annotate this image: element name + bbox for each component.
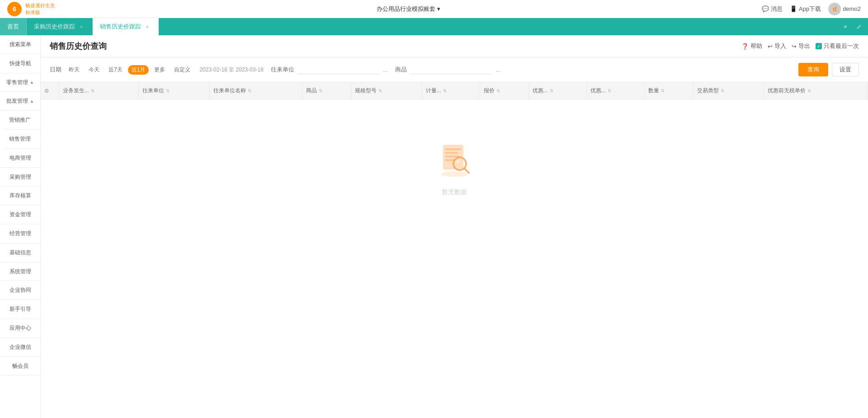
- product-ellipsis[interactable]: ...: [495, 66, 500, 73]
- tab-purchase-history-close[interactable]: ×: [78, 23, 85, 30]
- import-button[interactable]: ↩ 导入: [768, 42, 786, 50]
- date-opt-today[interactable]: 今天: [85, 65, 103, 75]
- sidebar-item-operations-mgmt-label: 经营管理: [9, 230, 31, 238]
- col-discount2[interactable]: 优惠... ⇅: [586, 82, 644, 100]
- sidebar-item-app-center[interactable]: 应用中心: [0, 319, 40, 338]
- fullscreen-button[interactable]: ⤢: [854, 22, 864, 31]
- col-gear[interactable]: ⚙: [41, 82, 59, 100]
- col-counterparty-name[interactable]: 往来单位名称 ⇅: [209, 82, 302, 100]
- page-header-actions: ❓ 帮助 ↩ 导入 ↪ 导出 ✓ 只看最后一次: [741, 42, 859, 50]
- col-counterparty-code[interactable]: 往来单位 ⇅: [139, 82, 210, 100]
- sidebar-item-member[interactable]: 畅会员: [0, 357, 40, 376]
- export-button[interactable]: ↪ 导出: [792, 42, 810, 50]
- col-product-sort-icon: ⇅: [319, 88, 322, 93]
- query-button[interactable]: 查询: [798, 63, 828, 76]
- col-trade-type[interactable]: 交易类型 ⇅: [693, 82, 764, 100]
- tab-home[interactable]: 首页: [0, 18, 27, 35]
- tab-sales-history[interactable]: 销售历史价跟踪 ×: [93, 18, 159, 35]
- col-counterparty-name-label: 往来单位名称 ⇅: [213, 87, 251, 95]
- settings-button[interactable]: 设置: [832, 63, 859, 76]
- product-filter-label: 商品: [395, 66, 407, 74]
- page-header: 销售历史价查询 ❓ 帮助 ↩ 导入 ↪ 导出 ✓ 只看最后一次: [41, 35, 868, 57]
- date-filter-label: 日期: [50, 66, 61, 74]
- sidebar-item-ecommerce-mgmt[interactable]: 电商管理: [0, 149, 40, 168]
- col-unit[interactable]: 计量... ⇅: [422, 82, 480, 100]
- col-quantity[interactable]: 数量 ⇅: [644, 82, 693, 100]
- sidebar-item-search-menu[interactable]: 搜索菜单: [0, 35, 40, 54]
- sidebar-item-search-menu-label: 搜索菜单: [9, 41, 31, 48]
- col-quoted-price[interactable]: 报价 ⇅: [480, 82, 528, 100]
- help-button[interactable]: ❓ 帮助: [741, 42, 762, 50]
- col-product-label: 商品 ⇅: [306, 87, 322, 95]
- help-label: 帮助: [750, 42, 762, 50]
- product-input[interactable]: [410, 65, 492, 74]
- counterparty-input[interactable]: [298, 65, 379, 74]
- import-icon: ↩: [768, 43, 773, 50]
- col-quoted-price-label: 报价 ⇅: [484, 87, 500, 95]
- svg-rect-5: [445, 159, 454, 161]
- svg-point-0: [441, 171, 468, 177]
- col-spec-sort-icon: ⇅: [378, 88, 382, 93]
- sidebar-item-operations-mgmt[interactable]: 经营管理: [0, 224, 40, 243]
- app-download-label: App下载: [799, 5, 821, 13]
- header-right: 💬 消息 📱 App下载 d demo2: [762, 3, 861, 15]
- workspace-selector[interactable]: 办公用品行业模拟账套 ▾: [373, 3, 444, 15]
- col-discount2-label: 优惠... ⇅: [590, 87, 611, 95]
- sidebar-item-enterprise-wechat[interactable]: 企业微信: [0, 338, 40, 357]
- gear-icon[interactable]: ⚙: [44, 88, 49, 94]
- sidebar-item-retail-mgmt[interactable]: 零售管理 ▲: [0, 73, 40, 92]
- sidebar-item-new-user-guide[interactable]: 新手引导: [0, 300, 40, 319]
- app-logo-icon: 6: [7, 2, 22, 16]
- col-pre-discount-price[interactable]: 优惠前无税单价 ⇅: [764, 82, 868, 100]
- col-discount1[interactable]: 优惠... ⇅: [528, 82, 586, 100]
- sidebar-item-system-mgmt[interactable]: 系统管理: [0, 262, 40, 281]
- sidebar-item-ecommerce-mgmt-label: 电商管理: [9, 154, 31, 162]
- page-title: 销售历史价查询: [50, 41, 107, 52]
- message-icon: 💬: [762, 5, 769, 12]
- message-button[interactable]: 💬 消息: [762, 5, 783, 13]
- col-biz-date-sort-icon: ⇅: [91, 88, 94, 93]
- user-menu[interactable]: d demo2: [828, 3, 861, 15]
- sidebar-item-inventory[interactable]: 库存核算: [0, 186, 40, 205]
- date-options: 昨天 今天 近7天 近1月 更多 自定义: [65, 65, 194, 75]
- only-last-checkbox[interactable]: ✓: [816, 43, 822, 49]
- date-opt-yesterday[interactable]: 昨天: [65, 65, 83, 75]
- counterparty-ellipsis[interactable]: ...: [383, 66, 388, 73]
- svg-point-8: [456, 160, 459, 163]
- sidebar-item-finance-mgmt[interactable]: 资金管理: [0, 205, 40, 224]
- svg-rect-2: [445, 148, 461, 150]
- only-last-checkbox-label[interactable]: ✓ 只看最后一次: [816, 42, 859, 50]
- col-biz-date[interactable]: 业务发生... ⇅: [59, 82, 139, 100]
- data-table: ⚙ 业务发生... ⇅ 往来单位 ⇅: [41, 82, 868, 100]
- date-opt-more[interactable]: 更多: [151, 65, 169, 75]
- close-all-tabs-button[interactable]: ×: [841, 22, 850, 31]
- date-opt-last1m[interactable]: 近1月: [128, 65, 149, 75]
- date-range-text: 2023-02-18 至 2023-03-18: [199, 66, 263, 74]
- app-download-icon: 📱: [790, 5, 797, 12]
- date-opt-custom[interactable]: 自定义: [170, 65, 194, 75]
- sidebar-item-marketing[interactable]: 营销推广: [4, 111, 40, 130]
- workspace-dropdown-icon: ▾: [437, 5, 440, 12]
- message-label: 消息: [771, 5, 783, 13]
- sidebar-item-basic-info[interactable]: 基础信息: [0, 243, 40, 262]
- col-quantity-label: 数量 ⇅: [648, 87, 665, 95]
- sidebar-item-sales-mgmt[interactable]: 销售管理: [4, 130, 40, 149]
- sidebar-item-quick-nav[interactable]: 快捷导航: [0, 54, 40, 73]
- col-pre-discount-price-sort-icon: ⇅: [807, 88, 811, 93]
- sidebar-item-marketing-label: 营销推广: [9, 116, 31, 124]
- top-header: 6 畅捷通好生意 标准版 办公用品行业模拟账套 ▾ 💬 消息 📱 App下载 d…: [0, 0, 868, 18]
- col-counterparty-name-sort-icon: ⇅: [248, 88, 251, 93]
- sidebar-item-purchase-mgmt[interactable]: 采购管理: [0, 168, 40, 187]
- col-spec[interactable]: 规格型号 ⇅: [351, 82, 422, 100]
- sidebar-item-wholesale-mgmt[interactable]: 批发管理 ▲: [0, 92, 40, 111]
- tab-purchase-history[interactable]: 采购历史价跟踪 ×: [27, 18, 93, 35]
- tab-home-label: 首页: [7, 23, 19, 31]
- sidebar-item-basic-info-label: 基础信息: [9, 249, 31, 256]
- svg-rect-3: [445, 152, 458, 154]
- tab-sales-history-close[interactable]: ×: [144, 23, 151, 30]
- sidebar-item-enterprise-cooperation[interactable]: 企业协同: [0, 281, 40, 300]
- product-filter-group: 商品 ...: [395, 65, 500, 74]
- date-opt-last7[interactable]: 近7天: [105, 65, 126, 75]
- app-download-button[interactable]: 📱 App下载: [790, 5, 821, 13]
- col-product[interactable]: 商品 ⇅: [302, 82, 351, 100]
